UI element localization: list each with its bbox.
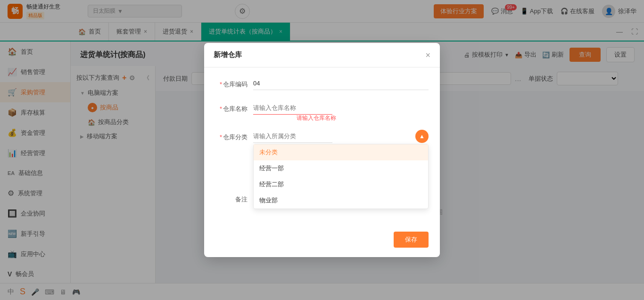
modal-overlay[interactable]: 新增仓库 × 仓库编码 仓库名称 请输入仓库名称 仓库分类 <box>0 0 644 300</box>
category-dropdown-list: 未分类 经营一部 经营二部 物业部 <box>253 144 429 209</box>
category-option-unclassified[interactable]: 未分类 <box>254 144 428 160</box>
dialog-title: 新增仓库 <box>214 50 242 59</box>
category-dropdown-toggle[interactable]: ▲ <box>415 130 429 143</box>
warehouse-category-label: 仓库分类 <box>215 130 253 145</box>
dialog-footer: 保存 <box>204 226 440 257</box>
warehouse-category-input[interactable] <box>253 130 332 143</box>
dialog-body: 仓库编码 仓库名称 请输入仓库名称 仓库分类 ▲ 未分 <box>204 67 440 226</box>
dialog-close-button[interactable]: × <box>425 51 430 59</box>
warehouse-name-label: 仓库名称 <box>215 101 253 117</box>
warehouse-code-row: 仓库编码 <box>215 77 429 92</box>
save-button[interactable]: 保存 <box>394 232 429 248</box>
category-option-dept1[interactable]: 经营一部 <box>254 160 428 176</box>
category-option-property[interactable]: 物业部 <box>254 192 428 208</box>
category-option-dept2[interactable]: 经营二部 <box>254 176 428 192</box>
warehouse-name-wrap: 请输入仓库名称 <box>253 101 429 115</box>
warehouse-code-input[interactable] <box>253 77 429 90</box>
warehouse-name-input[interactable] <box>253 101 332 115</box>
warehouse-code-label: 仓库编码 <box>215 77 253 92</box>
warehouse-note-label: 备注 <box>215 192 253 207</box>
warehouse-category-wrap: ▲ 未分类 经营一部 经营二部 物业部 <box>253 130 429 143</box>
warehouse-category-row: 仓库分类 ▲ 未分类 经营一部 经营二部 物业部 <box>215 130 429 145</box>
warehouse-name-error: 请输入仓库名称 <box>297 114 336 122</box>
new-warehouse-dialog: 新增仓库 × 仓库编码 仓库名称 请输入仓库名称 仓库分类 <box>204 43 440 257</box>
warehouse-name-row: 仓库名称 请输入仓库名称 <box>215 101 429 117</box>
dialog-header: 新增仓库 × <box>204 43 440 67</box>
